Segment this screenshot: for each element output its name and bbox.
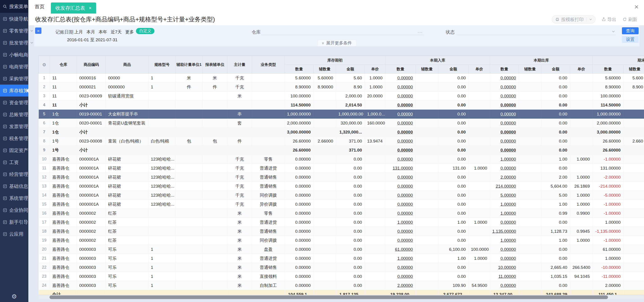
cell-in_qty[interactable]: 0.00000 [385,110,416,119]
cell-in_qty[interactable]: 0.00000 [385,137,416,146]
table-row[interactable]: 12嘉善路仓0000001A碎花裙123哈哈哈...千克普通销售0.000000… [39,173,644,182]
table-row[interactable]: 19嘉善路仓0000002红茶米同价调拨0.000000.000.000000.… [39,236,644,245]
cell-out_qty[interactable]: 11.00000 [490,272,519,281]
table-row[interactable]: 17嘉善路仓0000002红茶米普通进货0.000000.001.000001.… [39,218,644,227]
cell-out_qty[interactable]: 0.00000 [490,83,519,92]
cell-in_qty[interactable]: 0.00000 [385,227,416,236]
sidebar-item-invoice[interactable]: 发票管理 [0,120,28,132]
settings-button[interactable]: 设置 [622,36,638,43]
quick-this-month[interactable]: 本月 [86,29,95,35]
chevron-down-icon[interactable] [589,19,592,20]
sidebar-item-xiaochang-ecommerce[interactable]: 小畅电商 [0,49,28,61]
subtotal-row[interactable]: 71仓小计3,000.000001,320,000...0.000000.000… [39,128,644,137]
cell-in_qty[interactable]: 0.00000 [385,155,416,164]
sidebar-item-funds[interactable]: 资金管理 [0,96,28,108]
cell-out_qty[interactable]: 0.00000 [490,110,519,119]
sidebar-item-inventory[interactable]: 库存核算 [0,85,28,96]
cell-out_qty[interactable]: 0.00000 [490,74,519,83]
table-row[interactable]: 18嘉善路仓0000002红茶米普通销售0.000000.000.000000.… [39,227,644,236]
tab-close-icon[interactable]: × [89,5,92,11]
cell-out_qty[interactable]: 1.00000 [490,209,519,218]
quick-last-month[interactable]: 上月 [74,29,83,35]
sidebar-item-quick-nav[interactable]: 快捷导航 [0,13,28,25]
cell-in_qty[interactable]: 0.00000 [385,236,416,245]
picker-ellipsis-icon[interactable]: ... [418,29,423,34]
sidebar-item-general-ledger[interactable]: 总账管理 [0,108,28,120]
table-row[interactable]: 21嘉善路仓0000003可乐1米普通进货0.000000.001.000001… [39,254,644,263]
collapse-filter-icon[interactable]: » [35,28,42,34]
cell-in_qty[interactable]: 0.00000 [385,83,416,92]
custom-date-badge[interactable]: 自定义 [136,28,154,34]
date-range-value[interactable]: 2016-01-01 至 2021-07-31 [67,37,118,43]
table-row[interactable]: 11嘉善路仓0000001A碎花裙123哈哈哈...千克普通进货0.000000… [39,164,644,173]
cell-out_qty[interactable]: 0.00000 [490,137,519,146]
refresh-button[interactable]: 刷新 [622,17,637,23]
table-row[interactable]: 24嘉善路仓0000003可乐1米自制加工0.000000.002.000001… [39,281,644,290]
sidebar-gear-icon[interactable]: ⚙ [0,293,28,300]
sidebar-item-ecommerce[interactable]: 电商管理 [0,61,28,73]
table-row[interactable]: 61仓0020-00001青花瓷U盘钢笔套装套2,000.00000320,00… [39,119,644,128]
cell-in_qty[interactable]: 0.00000 [385,74,416,83]
cell-out_qty[interactable]: 0.00000 [490,128,519,137]
cell-in_qty[interactable]: 0.00000 [385,263,416,272]
cell-in_qty[interactable]: 61.00000 [385,245,416,254]
sidebar-item-fixed-assets[interactable]: 固定资产 [0,144,28,156]
sidebar-item-beginner-guide[interactable]: 新手引导 [0,216,28,228]
sidebar-item-payroll[interactable]: 工资 [0,156,28,168]
sidebar-item-search[interactable]: 搜索菜单 [0,0,28,13]
sidebar-item-retail[interactable]: 零售管理 [0,25,28,37]
table-row[interactable]: 211000002100000001件件千克8.900008.900008.90… [39,83,644,92]
horizontal-scrollbar-thumb[interactable] [50,295,608,299]
cell-in_qty[interactable]: 2.00000 [385,281,416,290]
table-row[interactable]: 23嘉善路仓0000003可乐1米直接领料0.000000.000.000000… [39,272,644,281]
cell-out_qty[interactable]: 10.00000 [490,263,519,272]
cell-in_qty[interactable]: 131.00000 [385,164,416,173]
sidebar-item-cloud-app[interactable]: 云应用 [0,228,28,240]
total-row[interactable]: 合计104,559.1...1,817,135...19,238.00...3,… [39,290,644,295]
cell-in_qty[interactable]: 1.00000 [385,254,416,263]
status-select[interactable] [456,28,616,35]
expand-more-button[interactable]: » 展开更多条件 [318,40,356,46]
sidebar-item-basic-info[interactable]: 基础信息 [0,180,28,192]
quick-more[interactable]: 更多 [126,29,134,35]
quick-last-7-days[interactable]: 近7天 [111,29,122,35]
sidebar-item-collaboration[interactable]: 企业协同 [0,204,28,216]
table-row[interactable]: 1110000016000001米米千克5.600005.600005.601.… [39,74,644,83]
cell-in_qty[interactable]: 0.00000 [385,191,416,200]
cell-out_qty[interactable]: 5.00000 [490,191,519,200]
cell-out_qty[interactable]: 0.00000 [490,245,519,254]
sidebar-item-tax[interactable]: 税务管理 [0,132,28,144]
table-row[interactable]: 22嘉善路仓0000003可乐1米普通销售0.000000.000.000000… [39,263,644,272]
cell-out_qty[interactable]: 1.00000 [490,200,519,209]
cell-out_qty[interactable]: 0.00000 [490,119,519,128]
cell-in_qty[interactable]: 0.00000 [385,146,416,155]
cell-out_qty[interactable]: 0.00000 [490,146,519,155]
cell-out_qty[interactable]: 0.00000 [490,101,519,110]
cell-in_qty[interactable]: 1.00000 [385,218,416,227]
cell-out_qty[interactable]: 2.00000 [490,173,519,182]
cell-out_qty[interactable]: 1.00000 [490,236,519,245]
table-row[interactable]: 10嘉善路仓0000001A碎花裙123哈哈哈...千克零售0.000000.0… [39,155,644,164]
cell-in_qty[interactable]: 0.00000 [385,128,416,137]
sidebar-item-wholesale[interactable]: 批发管理 [0,37,28,49]
cell-in_qty[interactable]: 0.00000 [385,92,416,101]
column-settings-gear-icon[interactable]: ⚙ [39,56,50,74]
table-row[interactable]: 51仓0019-00001大金刚菩提手串串1,000.000001,000,00… [39,110,644,119]
subtotal-row[interactable]: 91号小计26.60000371.000.000000.000.000000.0… [39,146,644,155]
cell-out_qty[interactable]: 0.00000 [490,281,519,290]
cell-out_qty[interactable]: 0.00000 [490,92,519,101]
tab-home[interactable]: 首页 [28,0,51,14]
warehouse-input[interactable]: ... [261,28,424,35]
cell-in_qty[interactable]: 0.00000 [385,101,416,110]
cell-out_qty[interactable]: 0.00000 [490,218,519,227]
table-row[interactable]: 16嘉善路仓0000002红茶米零售0.000000.000.000000.00… [39,209,644,218]
table-row[interactable]: 13嘉善路仓0000001A碎花裙123哈哈哈...千克普通销售0.000000… [39,182,644,191]
cell-in_qty[interactable]: 0.00000 [385,173,416,182]
quick-this-year[interactable]: 本年 [98,29,107,35]
query-button[interactable]: 查询 [622,27,638,34]
sidebar-item-system[interactable]: 系统管理 [0,192,28,204]
cell-out_qty[interactable]: 214.00000 [490,182,519,191]
sidebar-item-operation[interactable]: 经营管理 [0,168,28,180]
cell-out_qty[interactable]: 1,135.00000 [490,227,519,236]
subtotal-row[interactable]: 411小计114.500002,014.500.000000.000.00000… [39,101,644,110]
